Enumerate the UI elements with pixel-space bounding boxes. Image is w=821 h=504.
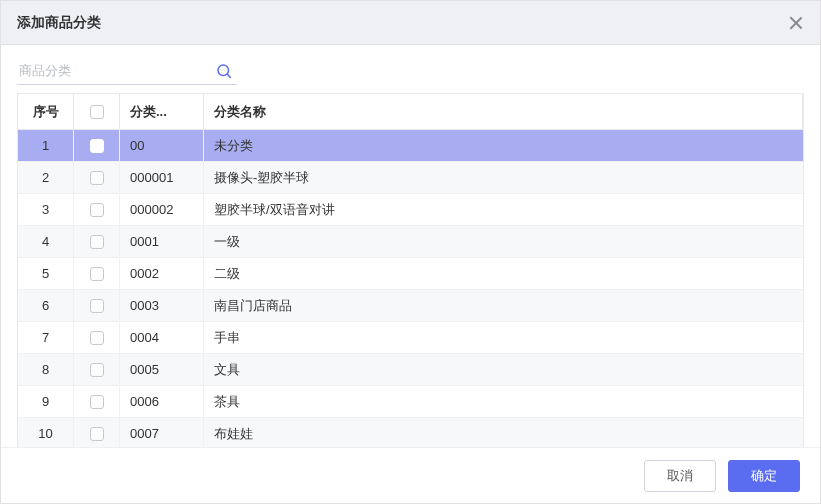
modal-footer: 取消 确定 (1, 447, 820, 503)
search-wrap (17, 57, 237, 85)
row-checkbox[interactable] (90, 203, 104, 217)
cell-name: 塑胶半球/双语音对讲 (204, 194, 803, 225)
cell-name: 未分类 (204, 130, 803, 161)
cell-code: 0007 (120, 418, 204, 447)
svg-line-1 (227, 74, 231, 78)
col-header-index: 序号 (18, 94, 74, 129)
cell-code: 000001 (120, 162, 204, 193)
cell-name: 一级 (204, 226, 803, 257)
col-header-check (74, 94, 120, 129)
cell-index: 10 (18, 418, 74, 447)
col-header-name: 分类名称 (204, 94, 803, 129)
cell-index: 3 (18, 194, 74, 225)
table-row[interactable]: 50002二级 (18, 258, 803, 290)
table-row[interactable]: 40001一级 (18, 226, 803, 258)
row-checkbox[interactable] (90, 331, 104, 345)
cell-name: 布娃娃 (204, 418, 803, 447)
category-table: 序号 分类... 分类名称 100未分类2000001摄像头-塑胶半球30000… (17, 93, 804, 447)
table-row[interactable]: 100007布娃娃 (18, 418, 803, 447)
cell-check (74, 258, 120, 289)
search-icon[interactable] (215, 62, 233, 80)
row-checkbox[interactable] (90, 299, 104, 313)
cell-name: 茶具 (204, 386, 803, 417)
cell-check (74, 194, 120, 225)
cell-index: 4 (18, 226, 74, 257)
cell-check (74, 290, 120, 321)
cell-code: 000002 (120, 194, 204, 225)
table-row[interactable]: 100未分类 (18, 130, 803, 162)
add-category-modal: 添加商品分类 序号 分类... 分类名称 100未分类2000001摄像头-塑胶… (0, 0, 821, 504)
row-checkbox[interactable] (90, 139, 104, 153)
cell-index: 1 (18, 130, 74, 161)
search-row (1, 45, 820, 93)
cell-code: 00 (120, 130, 204, 161)
close-icon[interactable] (788, 15, 804, 31)
row-checkbox[interactable] (90, 395, 104, 409)
cell-index: 5 (18, 258, 74, 289)
row-checkbox[interactable] (90, 235, 104, 249)
cell-name: 摄像头-塑胶半球 (204, 162, 803, 193)
table-row[interactable]: 90006茶具 (18, 386, 803, 418)
modal-header: 添加商品分类 (1, 1, 820, 45)
cell-name: 二级 (204, 258, 803, 289)
row-checkbox[interactable] (90, 363, 104, 377)
confirm-button[interactable]: 确定 (728, 460, 800, 492)
cell-check (74, 162, 120, 193)
cell-check (74, 354, 120, 385)
table-row[interactable]: 3000002塑胶半球/双语音对讲 (18, 194, 803, 226)
table-row[interactable]: 70004手串 (18, 322, 803, 354)
col-header-code: 分类... (120, 94, 204, 129)
cell-code: 0004 (120, 322, 204, 353)
cell-check (74, 130, 120, 161)
cell-check (74, 386, 120, 417)
modal-title: 添加商品分类 (17, 14, 101, 32)
row-checkbox[interactable] (90, 171, 104, 185)
cell-check (74, 418, 120, 447)
select-all-checkbox[interactable] (90, 105, 104, 119)
row-checkbox[interactable] (90, 427, 104, 441)
table-row[interactable]: 2000001摄像头-塑胶半球 (18, 162, 803, 194)
cell-index: 6 (18, 290, 74, 321)
cell-name: 手串 (204, 322, 803, 353)
row-checkbox[interactable] (90, 267, 104, 281)
svg-point-0 (218, 65, 229, 76)
table-body[interactable]: 100未分类2000001摄像头-塑胶半球3000002塑胶半球/双语音对讲40… (18, 130, 803, 447)
cell-code: 0002 (120, 258, 204, 289)
cell-index: 8 (18, 354, 74, 385)
search-input[interactable] (17, 57, 237, 85)
cell-index: 7 (18, 322, 74, 353)
cell-index: 2 (18, 162, 74, 193)
table-header-row: 序号 分类... 分类名称 (18, 94, 803, 130)
cell-name: 文具 (204, 354, 803, 385)
cancel-button[interactable]: 取消 (644, 460, 716, 492)
cell-code: 0005 (120, 354, 204, 385)
cell-code: 0001 (120, 226, 204, 257)
cell-index: 9 (18, 386, 74, 417)
table-row[interactable]: 60003南昌门店商品 (18, 290, 803, 322)
cell-check (74, 226, 120, 257)
cell-code: 0003 (120, 290, 204, 321)
cell-code: 0006 (120, 386, 204, 417)
cell-name: 南昌门店商品 (204, 290, 803, 321)
table-row[interactable]: 80005文具 (18, 354, 803, 386)
cell-check (74, 322, 120, 353)
